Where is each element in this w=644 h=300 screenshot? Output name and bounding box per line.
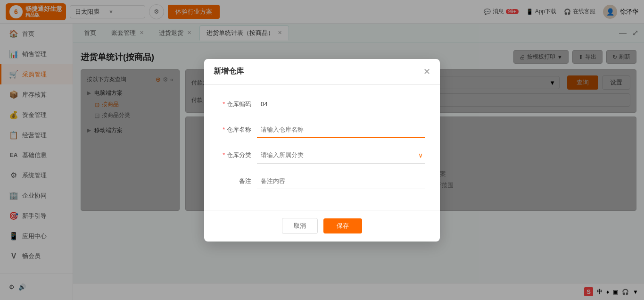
warehouse-remark-label: 备注 [219,177,257,185]
modal-title: 新增仓库 [214,67,244,76]
category-dropdown-icon: ∨ [418,151,423,159]
warehouse-remark-row: 备注 [219,173,425,189]
modal-body: 仓库编码 仓库名称 仓库分类 ∨ 备注 [204,85,440,210]
warehouse-remark-input[interactable] [257,173,425,189]
warehouse-name-input[interactable] [257,122,425,138]
warehouse-category-row: 仓库分类 ∨ [219,147,425,164]
modal-header: 新增仓库 ✕ [204,59,440,85]
cancel-button[interactable]: 取消 [282,218,318,234]
modal-footer: 取消 保存 [204,210,440,242]
modal-overlay: 新增仓库 ✕ 仓库编码 仓库名称 仓库分类 ∨ [0,0,644,300]
save-button[interactable]: 保存 [323,218,362,233]
warehouse-code-row: 仓库编码 [219,96,425,112]
warehouse-category-select[interactable]: ∨ [257,147,425,164]
warehouse-category-label: 仓库分类 [219,151,257,159]
modal-close-button[interactable]: ✕ [423,67,430,77]
warehouse-name-label: 仓库名称 [219,125,257,134]
warehouse-category-input[interactable] [257,147,418,163]
warehouse-code-input[interactable] [257,96,425,112]
add-warehouse-modal: 新增仓库 ✕ 仓库编码 仓库名称 仓库分类 ∨ [204,59,440,242]
warehouse-name-row: 仓库名称 [219,122,425,138]
warehouse-code-label: 仓库编码 [219,100,257,108]
